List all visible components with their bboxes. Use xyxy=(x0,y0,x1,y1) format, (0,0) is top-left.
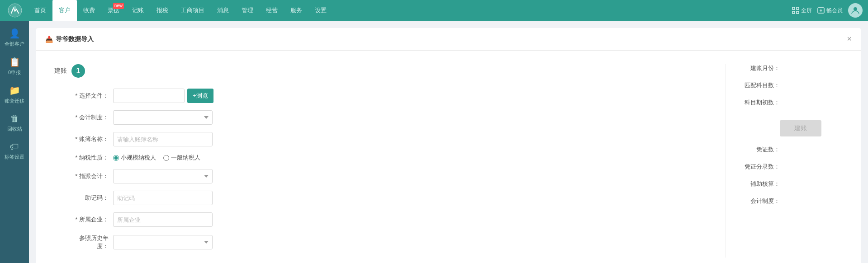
sidebar-item-account-migration[interactable]: 📁 账套迁移 xyxy=(1,81,28,108)
dialog-header: 📥 导爷数据导入 × xyxy=(36,28,861,51)
nav-item-tax[interactable]: 报税 xyxy=(150,0,175,21)
assign-accountant-label: * 指派会计： xyxy=(72,172,109,180)
file-input-group: +浏览 xyxy=(113,89,213,103)
svg-point-7 xyxy=(854,7,857,11)
dialog-title: 📥 导爷数据导入 xyxy=(45,35,94,43)
dialog-body: 建账 1 * 选择文件： +浏览 xyxy=(36,51,861,263)
voucher-entry-info-row: 凭证分录数： xyxy=(739,163,852,171)
sidebar: 👤 全部客户 📋 0申报 📁 账套迁移 🗑 回收站 🏷 标签设置 xyxy=(0,21,29,263)
history-year-label: 参照历史年度： xyxy=(72,234,109,250)
nav-item-customer[interactable]: 客户 xyxy=(52,0,77,21)
initial-balance-info-label: 科目期初数： xyxy=(739,99,780,107)
accounting-system-info-row: 会计制度： xyxy=(739,197,852,205)
aux-calc-info-label: 辅助核算： xyxy=(739,180,780,188)
ledger-name-input[interactable] xyxy=(113,132,213,146)
history-year-row: 参照历史年度： xyxy=(72,234,716,250)
nav-item-home[interactable]: 首页 xyxy=(28,0,52,21)
memo-code-label: 助记码： xyxy=(72,194,109,202)
step-label: 建账 xyxy=(54,67,67,75)
nav-item-operation[interactable]: 经营 xyxy=(260,0,284,21)
accounting-system-select[interactable] xyxy=(113,110,213,125)
ledger-name-label: * 账簿名称： xyxy=(72,135,109,143)
form-section: 建账 1 * 选择文件： +浏览 xyxy=(45,64,725,258)
tax-type-row: * 纳税性质： 小规模纳税人 一般纳税人 xyxy=(72,154,716,162)
svg-rect-3 xyxy=(797,7,799,9)
history-year-select[interactable] xyxy=(113,235,213,249)
dialog-title-icon: 📥 xyxy=(45,36,53,43)
voucher-count-info-label: 凭证数： xyxy=(739,146,780,154)
accounting-system-row: * 会计制度： xyxy=(72,110,716,125)
company-label: * 所属企业： xyxy=(72,216,109,224)
fullscreen-button[interactable]: 全屏 xyxy=(792,7,812,14)
voucher-entry-info-label: 凭证分录数： xyxy=(739,163,780,171)
small-taxpayer-radio[interactable] xyxy=(113,155,119,161)
svg-point-1 xyxy=(14,6,16,9)
step-circle: 1 xyxy=(71,64,85,78)
tax-type-label: * 纳税性质： xyxy=(72,154,109,162)
small-taxpayer-option[interactable]: 小规模纳税人 xyxy=(113,154,156,162)
recycle-icon: 🗑 xyxy=(10,113,19,124)
tag-settings-icon: 🏷 xyxy=(10,141,19,152)
nav-item-bookkeeping[interactable]: 记账 xyxy=(126,0,150,21)
match-subject-info-row: 匹配科目数： xyxy=(739,81,852,89)
main-layout: 👤 全部客户 📋 0申报 📁 账套迁移 🗑 回收站 🏷 标签设置 📥 导 xyxy=(0,21,868,263)
general-taxpayer-radio[interactable] xyxy=(163,155,169,161)
nav-item-service[interactable]: 服务 xyxy=(284,0,308,21)
assign-accountant-row: * 指派会计： xyxy=(72,169,716,183)
svg-rect-4 xyxy=(792,11,795,14)
browse-button[interactable]: +浏览 xyxy=(187,89,213,103)
memo-code-input[interactable] xyxy=(113,191,213,205)
file-text-input[interactable] xyxy=(113,89,185,103)
nav-item-manage[interactable]: 管理 xyxy=(235,0,260,21)
logo xyxy=(5,1,24,20)
dialog-close-button[interactable]: × xyxy=(847,34,852,44)
tax-type-radio-group: 小规模纳税人 一般纳税人 xyxy=(113,154,200,162)
zero-declaration-icon: 📋 xyxy=(9,56,20,67)
account-migration-icon: 📁 xyxy=(9,85,20,96)
member-button[interactable]: 畅会员 xyxy=(817,7,843,14)
nav-item-settings[interactable]: 设置 xyxy=(308,0,333,21)
accounting-month-info-row: 建账月份： xyxy=(739,64,852,72)
svg-rect-2 xyxy=(792,7,795,9)
accounting-system-info-label: 会计制度： xyxy=(739,197,780,205)
step-header: 建账 1 xyxy=(54,64,716,78)
sidebar-item-zero-declaration[interactable]: 📋 0申报 xyxy=(1,53,28,80)
nav-badge-new: new xyxy=(113,3,124,9)
nav-item-message[interactable]: 消息 xyxy=(211,0,235,21)
nav-item-business[interactable]: 工商项目 xyxy=(175,0,211,21)
accounting-month-info-label: 建账月份： xyxy=(739,64,780,72)
nav-item-fee[interactable]: 收费 xyxy=(77,0,101,21)
accounting-system-label: * 会计制度： xyxy=(72,113,109,122)
avatar[interactable] xyxy=(848,3,863,18)
sidebar-item-all-customers[interactable]: 👤 全部客户 xyxy=(1,24,28,51)
match-subject-info-label: 匹配科目数： xyxy=(739,81,780,89)
assign-accountant-select[interactable] xyxy=(113,169,213,183)
sidebar-item-tag-settings[interactable]: 🏷 标签设置 xyxy=(1,138,28,164)
company-row: * 所属企业： xyxy=(72,212,716,227)
nav-item-invoice[interactable]: 票据 new xyxy=(101,0,126,21)
aux-calc-info-row: 辅助核算： xyxy=(739,180,852,188)
ledger-name-row: * 账簿名称： xyxy=(72,132,716,146)
file-row: * 选择文件： +浏览 xyxy=(72,89,716,103)
file-label: * 选择文件： xyxy=(72,92,109,100)
all-customers-icon: 👤 xyxy=(9,28,20,39)
general-taxpayer-option[interactable]: 一般纳税人 xyxy=(163,154,200,162)
sidebar-item-recycle[interactable]: 🗑 回收站 xyxy=(1,110,28,136)
initial-balance-info-row: 科目期初数： xyxy=(739,99,852,107)
content: 📥 导爷数据导入 × 建账 1 * 选择文件： xyxy=(29,21,868,263)
memo-code-row: 助记码： xyxy=(72,191,716,205)
company-input[interactable] xyxy=(113,212,213,227)
top-nav: 首页 客户 收费 票据 new 记账 报税 工商项目 消息 管理 经营 服务 设… xyxy=(0,0,868,21)
dialog-panel: 📥 导爷数据导入 × 建账 1 * 选择文件： xyxy=(36,28,861,263)
create-account-button[interactable]: 建账 xyxy=(780,120,821,136)
info-section: 建账月份： 匹配科目数： 科目期初数： 建账 xyxy=(725,64,852,258)
voucher-count-info-row: 凭证数： xyxy=(739,146,852,154)
nav-right: 全屏 畅会员 xyxy=(792,3,863,18)
svg-rect-5 xyxy=(797,11,799,14)
